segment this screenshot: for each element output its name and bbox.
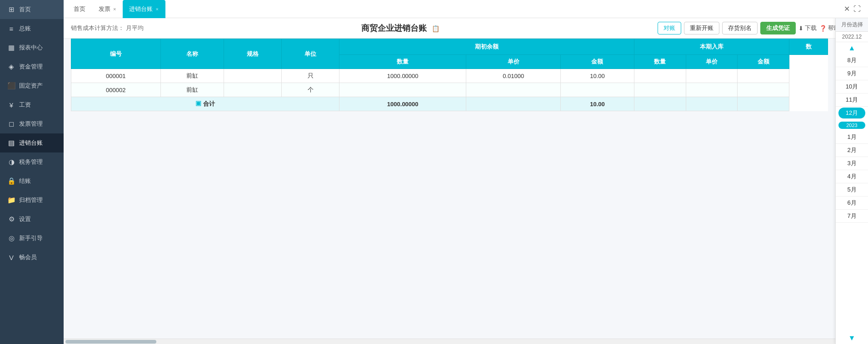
ledger-icon: ≡	[7, 25, 15, 33]
col-incoming-amount: 金额	[738, 55, 789, 69]
month-item-2023-7[interactable]: 7月	[836, 210, 868, 223]
total-opening-amount: 10.00	[561, 97, 634, 111]
save-alias-button[interactable]: 存货别名	[722, 22, 758, 34]
col-opening-qty: 数量	[339, 55, 466, 69]
tab-inventory-close[interactable]: ×	[155, 6, 158, 12]
window-controls: ✕ ⛶	[844, 5, 864, 13]
cell-incoming-amount	[738, 83, 789, 97]
tab-inventory[interactable]: 进销台账 ×	[123, 0, 165, 18]
invoice-mgmt-icon: ◻	[7, 120, 15, 128]
cell-incoming-qty	[634, 69, 686, 83]
sidebar-item-label: 税务管理	[19, 158, 43, 166]
month-item-2023-3[interactable]: 3月	[836, 157, 868, 170]
table-row: 000001 前缸 只 1000.00000 0.01000 10.00	[71, 69, 828, 83]
tab-invoice[interactable]: 发票 ×	[92, 0, 123, 18]
scrollbar-thumb[interactable]	[65, 340, 156, 344]
reconcile-button[interactable]: 对账	[658, 22, 681, 34]
cell-opening-amount	[561, 83, 634, 97]
reopen-button[interactable]: 重新开账	[684, 22, 719, 34]
month-item-8[interactable]: 8月	[836, 54, 868, 67]
tab-inventory-label: 进销台账	[129, 5, 153, 13]
month-item-9[interactable]: 9月	[836, 67, 868, 80]
home-icon: ⊞	[7, 5, 15, 14]
horizontal-scrollbar[interactable]	[64, 339, 868, 344]
col-incoming-qty: 数量	[634, 55, 686, 69]
month-item-11[interactable]: 11月	[836, 93, 868, 107]
sidebar-item-assets[interactable]: ⬛ 固定资产	[0, 76, 64, 95]
cost-method-info: 销售成本计算方法： 月平均	[71, 24, 144, 32]
total-row: ▣ 合计 1000.00000 10.00	[71, 97, 828, 111]
month-panel-year: 2022.12	[836, 32, 868, 42]
month-panel-title: 月份选择	[836, 18, 868, 32]
sidebar-item-label: 首页	[19, 5, 31, 14]
month-item-2023-5[interactable]: 5月	[836, 183, 868, 197]
cell-unit: 只	[282, 69, 339, 83]
inventory-icon: ▤	[7, 139, 15, 147]
generate-voucher-button[interactable]: 生成凭证	[760, 22, 796, 34]
sidebar-item-label: 结账	[19, 177, 31, 185]
month-item-10[interactable]: 10月	[836, 80, 868, 93]
month-scroll-up[interactable]: ▲	[836, 42, 868, 54]
cell-opening-qty: 1000.00000	[339, 69, 466, 83]
toolbar: 销售成本计算方法： 月平均 商贸企业进销台账 📋 对账 重新开账 存货别名 生成…	[64, 18, 868, 39]
settings-icon: ⚙	[7, 215, 15, 223]
tax-icon: ◑	[7, 158, 15, 166]
cell-spec	[224, 83, 282, 97]
cell-name: 前缸	[160, 69, 224, 83]
total-label-cell: ▣ 合计	[71, 97, 339, 111]
cost-method-label: 销售成本计算方法：	[71, 25, 124, 31]
col-opening-price: 单价	[466, 55, 561, 69]
tab-bar: 首页 发票 × 进销台账 × ✕ ⛶	[64, 0, 868, 18]
month-item-2023-6[interactable]: 6月	[836, 197, 868, 210]
sidebar-item-guide[interactable]: ◎ 新手引导	[0, 229, 64, 248]
cell-incoming-price	[686, 69, 738, 83]
sidebar-item-tax[interactable]: ◑ 税务管理	[0, 152, 64, 172]
tab-home[interactable]: 首页	[67, 0, 92, 18]
cell-opening-amount: 10.00	[561, 69, 634, 83]
sidebar-item-label: 归档管理	[19, 196, 43, 204]
expand-window-button[interactable]: ⛶	[853, 5, 861, 13]
total-label: 合计	[203, 100, 215, 107]
month-scroll-down[interactable]: ▼	[836, 332, 868, 344]
sidebar-item-vip[interactable]: V 畅会员	[0, 248, 64, 267]
month-item-2023-1[interactable]: 1月	[836, 131, 868, 144]
cell-name: 前缸	[160, 83, 224, 97]
month-item-2023-2[interactable]: 2月	[836, 144, 868, 157]
col-extra: 数	[789, 39, 828, 55]
sidebar: ⊞ 首页 ≡ 总账 ▦ 报表中心 ◈ 资金管理 ⬛ 固定资产 ¥ 工资 ◻ 发票…	[0, 0, 64, 344]
table-header-top: 编号 名称 规格 单位 期初余额 本期入库 数	[71, 39, 828, 55]
cell-incoming-amount	[738, 69, 789, 83]
download-button[interactable]: ⬇ 下载	[798, 24, 817, 32]
close-window-button[interactable]: ✕	[844, 5, 850, 13]
sidebar-item-settings[interactable]: ⚙ 设置	[0, 210, 64, 229]
sidebar-item-label: 发票管理	[19, 120, 43, 128]
sidebar-item-label: 设置	[19, 215, 31, 223]
assets-icon: ⬛	[7, 82, 15, 90]
reports-icon: ▦	[7, 44, 15, 52]
cell-number: 000001	[71, 69, 161, 83]
tab-invoice-close[interactable]: ×	[113, 6, 116, 12]
month-item-2023-4[interactable]: 4月	[836, 170, 868, 183]
title-icon: 📋	[432, 25, 439, 32]
sidebar-item-home[interactable]: ⊞ 首页	[0, 0, 64, 19]
total-icon: ▣	[195, 100, 201, 107]
inventory-table: 编号 名称 规格 单位 期初余额 本期入库 数 数量 单价 金额 数量 单价	[71, 39, 828, 111]
year-2023-badge: 2023	[838, 122, 865, 129]
month-item-12[interactable]: 12月	[838, 108, 865, 119]
sidebar-item-inventory[interactable]: ▤ 进销台账	[0, 133, 64, 152]
sidebar-item-payroll[interactable]: ¥ 工资	[0, 95, 64, 114]
main-area: 首页 发票 × 进销台账 × ✕ ⛶ 销售成本计算方法： 月平均 商贸企业进销台…	[64, 0, 868, 344]
sidebar-item-funds[interactable]: ◈ 资金管理	[0, 57, 64, 76]
sidebar-item-invoice-mgmt[interactable]: ◻ 发票管理	[0, 114, 64, 133]
closing-icon: 🔒	[7, 177, 15, 185]
download-icon: ⬇	[798, 25, 803, 32]
sidebar-item-closing[interactable]: 🔒 结账	[0, 172, 64, 191]
funds-icon: ◈	[7, 63, 15, 71]
toolbar-buttons: 对账 重新开账 存货别名 生成凭证 ⬇ 下载 ❓ 帮助 ↻ 刷新	[658, 22, 861, 34]
col-group-incoming: 本期入库	[634, 39, 789, 55]
month-list: 8月 9月 10月 11月 12月 2023 1月 2月 3月 4月 5月 6月…	[836, 54, 868, 332]
cell-opening-qty	[339, 83, 466, 97]
sidebar-item-reports[interactable]: ▦ 报表中心	[0, 38, 64, 57]
sidebar-item-ledger[interactable]: ≡ 总账	[0, 19, 64, 38]
sidebar-item-archive[interactable]: 📁 归档管理	[0, 191, 64, 210]
